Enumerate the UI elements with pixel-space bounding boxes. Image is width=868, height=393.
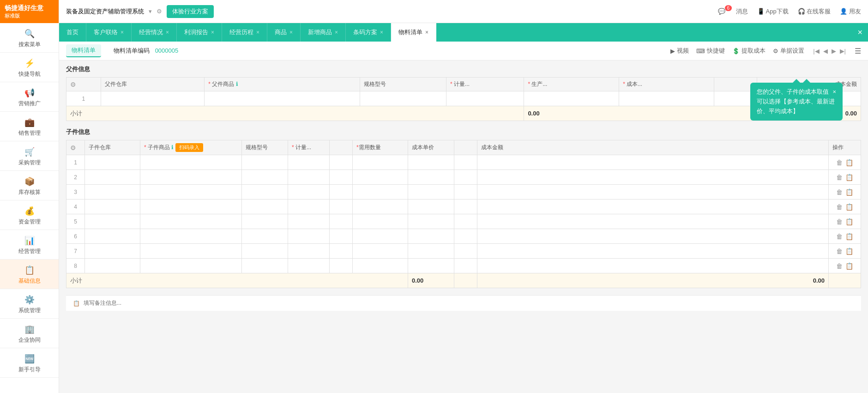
trial-button[interactable]: 体验行业方案 (167, 5, 214, 18)
user-avatar[interactable]: 👤 用友 (840, 7, 861, 16)
child-spec-cell[interactable] (242, 185, 288, 200)
child-quantity-cell[interactable] (353, 259, 408, 273)
sidebar-item-search[interactable]: 🔍 搜索菜单 (0, 23, 59, 53)
next-record-button[interactable]: ▶ (830, 48, 838, 54)
tab-close-icon[interactable]: × (425, 29, 428, 36)
child-unit-cost-cell[interactable] (408, 259, 454, 273)
child-warehouse-cell[interactable] (85, 244, 140, 259)
child-warehouse-cell[interactable] (85, 200, 140, 214)
delete-row-button[interactable]: 🗑 (836, 248, 843, 255)
child-goods-cell[interactable] (140, 259, 242, 273)
child-unit-cost-cell[interactable] (408, 200, 454, 214)
app-download-button[interactable]: 📱 App下载 (757, 7, 789, 16)
child-amount-cell[interactable] (477, 170, 829, 185)
tab-home[interactable]: 首页 (59, 23, 86, 42)
copy-row-button[interactable]: 📋 (845, 218, 853, 225)
child-quantity-cell[interactable] (353, 155, 408, 170)
child-amount-cell[interactable] (477, 259, 829, 273)
child-spec-cell[interactable] (242, 214, 288, 229)
child-quantity-cell[interactable] (353, 170, 408, 185)
last-record-button[interactable]: ▶| (838, 48, 847, 54)
child-goods-cell[interactable] (140, 200, 242, 214)
child-unit-cell[interactable] (288, 244, 330, 259)
sidebar-item-enterprise[interactable]: 🏢 企业协同 (0, 319, 59, 348)
child-amount-cell[interactable] (477, 155, 829, 170)
child-unit-cell[interactable] (288, 259, 330, 273)
parent-production-cell[interactable] (524, 91, 619, 106)
child-unit-cell[interactable] (288, 185, 330, 200)
sidebar-item-quick-nav[interactable]: ⚡ 快捷导航 (0, 53, 59, 82)
sidebar-item-operations[interactable]: 📊 经营管理 (0, 230, 59, 260)
toolbar-tab-code[interactable]: 物料清单编码 0000005 (108, 45, 184, 57)
child-spec-cell[interactable] (242, 229, 288, 244)
child-unit-cost-cell[interactable] (408, 214, 454, 229)
toolbar-tab-bom[interactable]: 物料清单 (66, 44, 101, 57)
delete-row-button[interactable]: 🗑 (836, 174, 843, 181)
child-unit-cell[interactable] (288, 229, 330, 244)
child-warehouse-cell[interactable] (85, 214, 140, 229)
child-goods-cell[interactable] (140, 185, 242, 200)
child-goods-cell[interactable] (140, 155, 242, 170)
tab-customer[interactable]: 客户联络 × (86, 23, 132, 42)
tab-close-icon[interactable]: × (289, 29, 293, 36)
video-button[interactable]: ▶ 视频 (670, 47, 689, 55)
sidebar-item-finance[interactable]: 💰 资金管理 (0, 200, 59, 230)
child-unit-cost-cell[interactable] (408, 244, 454, 259)
child-goods-cell[interactable] (140, 170, 242, 185)
tab-close-icon[interactable]: × (335, 29, 338, 36)
col-settings-icon[interactable]: ⚙ (70, 81, 76, 88)
tab-bom[interactable]: 物料清单 × (391, 23, 436, 42)
parent-unit-cell[interactable] (446, 91, 524, 106)
child-unit-cost-cell[interactable] (408, 229, 454, 244)
first-record-button[interactable]: |◀ (812, 48, 820, 54)
delete-row-button[interactable]: 🗑 (836, 233, 843, 240)
child-warehouse-cell[interactable] (85, 229, 140, 244)
child-unit-cost-cell[interactable] (408, 170, 454, 185)
shortcut-button[interactable]: ⌨ 快捷键 (696, 47, 725, 55)
sidebar-item-purchase[interactable]: 🛒 采购管理 (0, 141, 59, 171)
child-spec-cell[interactable] (242, 259, 288, 273)
copy-row-button[interactable]: 📋 (845, 262, 853, 270)
sidebar-item-guide[interactable]: 🆕 新手引导 (0, 348, 59, 378)
scan-button[interactable]: 扫码录入 (175, 143, 203, 152)
child-spec-cell[interactable] (242, 244, 288, 259)
child-quantity-cell[interactable] (353, 200, 408, 214)
copy-row-button[interactable]: 📋 (845, 174, 853, 181)
child-unit-cell[interactable] (288, 155, 330, 170)
single-settings-button[interactable]: ⚙ 单据设置 (773, 47, 804, 55)
prev-record-button[interactable]: ◀ (822, 48, 829, 54)
child-goods-cell[interactable] (140, 244, 242, 259)
tab-close-icon[interactable]: × (166, 29, 169, 36)
child-warehouse-cell[interactable] (85, 259, 140, 273)
child-amount-cell[interactable] (477, 214, 829, 229)
parent-warehouse-cell[interactable] (101, 91, 204, 106)
sidebar-item-basic-info[interactable]: 📋 基础信息 (0, 260, 59, 289)
child-amount-cell[interactable] (477, 229, 829, 244)
child-spec-cell[interactable] (242, 155, 288, 170)
sidebar-item-sales[interactable]: 💼 销售管理 (0, 112, 59, 141)
tooltip-close-button[interactable]: × (832, 87, 836, 97)
child-warehouse-cell[interactable] (85, 170, 140, 185)
delete-row-button[interactable]: 🗑 (836, 203, 843, 211)
tab-profit[interactable]: 利润报告 × (177, 23, 222, 42)
copy-row-button[interactable]: 📋 (845, 248, 853, 255)
child-col-settings-icon[interactable]: ⚙ (70, 144, 76, 151)
child-amount-cell[interactable] (477, 185, 829, 200)
child-amount-cell[interactable] (477, 200, 829, 214)
copy-row-button[interactable]: 📋 (845, 233, 853, 240)
child-spec-cell[interactable] (242, 200, 288, 214)
child-goods-cell[interactable] (140, 214, 242, 229)
sidebar-item-inventory[interactable]: 📦 库存核算 (0, 171, 59, 200)
child-quantity-cell[interactable] (353, 214, 408, 229)
tab-goods[interactable]: 商品 × (267, 23, 301, 42)
child-goods-cell[interactable] (140, 229, 242, 244)
tab-close-icon[interactable]: × (121, 29, 124, 36)
child-unit-cost-cell[interactable] (408, 155, 454, 170)
settings-gear-icon[interactable]: ⚙ (157, 8, 162, 15)
copy-row-button[interactable]: 📋 (845, 159, 853, 166)
tab-new-goods[interactable]: 新增商品 × (301, 23, 346, 42)
child-quantity-cell[interactable] (353, 244, 408, 259)
dropdown-arrow-icon[interactable]: ▾ (149, 8, 152, 15)
view-toggle-button[interactable]: ☰ (855, 47, 861, 55)
parent-spec-cell[interactable] (360, 91, 446, 106)
